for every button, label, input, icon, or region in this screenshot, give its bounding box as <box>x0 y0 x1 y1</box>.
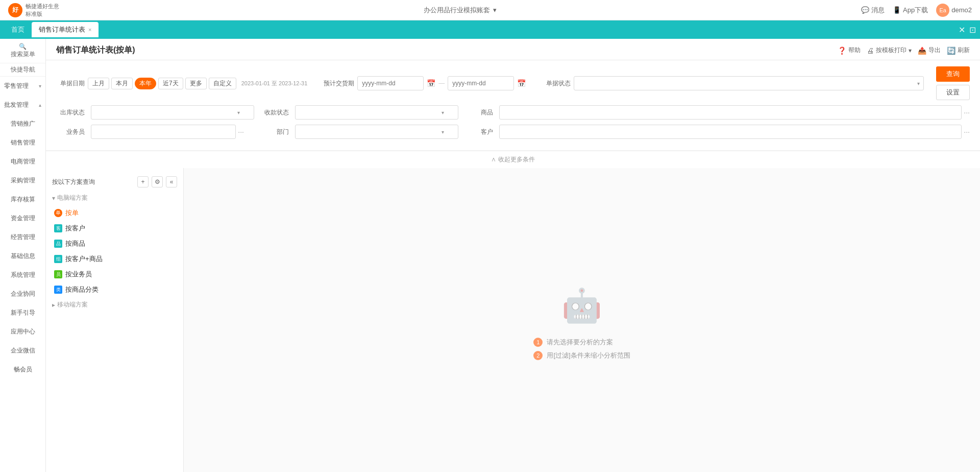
message-button[interactable]: 💬 消息 <box>861 6 885 15</box>
expected-date-from-input[interactable] <box>357 76 424 90</box>
tab-minimize-button[interactable]: ✕ <box>959 25 965 35</box>
goods-input[interactable] <box>499 105 962 120</box>
sidebar-search[interactable]: 🔍 搜索菜单 <box>0 39 45 63</box>
tab-active[interactable]: 销售订单统计表 × <box>32 22 99 37</box>
panel-toolbar-label: 按以下方案查询 <box>52 178 134 186</box>
add-scheme-button[interactable]: + <box>137 176 149 187</box>
tree-item-by-order[interactable]: 单 按单 <box>46 205 183 221</box>
print-arrow-icon: ▾ <box>909 47 912 54</box>
chevron-down-icon: ▾ <box>493 6 497 14</box>
by-customer-icon: 客 <box>54 224 62 232</box>
sidebar-item-enterprise[interactable]: 企业协同 <box>0 285 45 303</box>
logo-area: 好 畅捷通好生意 标准版 <box>8 3 59 17</box>
department-label: 部门 <box>260 128 289 136</box>
tree-item-by-goods[interactable]: 品 按商品 <box>46 236 183 251</box>
sidebar-item-retail[interactable]: 零售管理 ▾ <box>0 77 45 96</box>
calendar-icon-1: 📅 <box>427 79 435 87</box>
sidebar-item-basic-info[interactable]: 基础信息 <box>0 247 45 266</box>
chevron-down-icon: ▾ <box>39 83 41 89</box>
content-area: 销售订单统计表(按单) ❓ 帮助 🖨 按模板打印 ▾ 📤 导出 🔄 刷新 <box>46 39 980 472</box>
salesperson-more-icon[interactable]: ··· <box>238 128 244 136</box>
sidebar-item-ecommerce[interactable]: 电商管理 <box>0 152 45 171</box>
date-range-text: 2023-01-01 至 2023-12-31 <box>241 80 308 87</box>
department-select[interactable] <box>295 125 458 139</box>
sidebar-item-inventory[interactable]: 库存核算 <box>0 190 45 209</box>
desktop-group-label: ▾ 电脑端方案 <box>46 191 183 205</box>
sidebar-item-wechat[interactable]: 企业微信 <box>0 341 45 360</box>
print-button[interactable]: 🖨 按模板打印 ▾ <box>867 46 912 55</box>
filters-area: 单据日期 上月 本月 本年 近7天 更多 自定义 2023-01-01 至 20… <box>46 60 980 151</box>
collapse-bar[interactable]: ∧ 收起更多条件 <box>46 151 980 168</box>
tree-item-by-customer[interactable]: 客 按客户 <box>46 221 183 236</box>
tab-home[interactable]: 首页 <box>4 22 32 37</box>
expected-date-label: 预计交货期 <box>324 79 354 88</box>
collapse-panel-button[interactable]: « <box>166 176 177 187</box>
customer-input[interactable] <box>499 125 962 139</box>
sidebar-quick-nav[interactable]: 快捷导航 <box>0 63 45 77</box>
step-2-number: 2 <box>533 351 543 360</box>
sidebar-item-app-center[interactable]: 应用中心 <box>0 322 45 341</box>
help-button[interactable]: ❓ 帮助 <box>838 46 861 55</box>
tab-close-button[interactable]: × <box>88 27 91 33</box>
this-month-button[interactable]: 本月 <box>111 78 133 89</box>
app-download-button[interactable]: 📱 App下载 <box>893 6 928 15</box>
tab-bar: 首页 销售订单统计表 × ✕ ⊡ <box>0 20 980 39</box>
customer-label: 客户 <box>464 128 493 136</box>
calendar-icon-2: 📅 <box>517 79 526 87</box>
message-icon: 💬 <box>861 6 869 14</box>
expand-icon: ▾ <box>52 195 55 202</box>
sidebar: 🔍 搜索菜单 快捷导航 零售管理 ▾ 批发管理 ▴ 营销推广 销售管理 电商管理… <box>0 39 46 472</box>
user-avatar-area[interactable]: Ea demo2 <box>936 4 972 17</box>
settings-button[interactable]: 设置 <box>936 85 970 100</box>
sidebar-item-operations[interactable]: 经营管理 <box>0 228 45 247</box>
payment-status-select[interactable] <box>295 105 458 120</box>
query-button[interactable]: 查询 <box>936 66 970 82</box>
prev-month-button[interactable]: 上月 <box>88 78 109 89</box>
sidebar-item-finance[interactable]: 资金管理 <box>0 209 45 228</box>
export-button[interactable]: 📤 导出 <box>918 46 941 55</box>
current-year-button[interactable]: 本年 <box>135 78 156 89</box>
salesperson-input[interactable] <box>91 125 236 139</box>
filter-section: 单据日期 上月 本月 本年 近7天 更多 自定义 2023-01-01 至 20… <box>46 60 980 168</box>
action-buttons: 查询 设置 <box>936 66 970 100</box>
ship-status-select[interactable] <box>91 105 254 120</box>
right-content: 🤖 1 请先选择要分析的方案 2 用[过滤]条件来缩小分析范围 <box>184 168 980 472</box>
custom-date-button[interactable]: 自定义 <box>209 78 236 89</box>
avatar: Ea <box>936 4 949 17</box>
expected-date-to-input[interactable] <box>448 76 514 90</box>
left-panel: 按以下方案查询 + ⚙ « ▾ 电脑端方案 单 按单 客 按客户 <box>46 168 184 472</box>
tree-item-by-customer-goods[interactable]: 组 按客户+商品 <box>46 251 183 267</box>
goods-more-icon[interactable]: ··· <box>964 108 970 116</box>
sidebar-item-newbie[interactable]: 新手引导 <box>0 303 45 322</box>
settings-scheme-button[interactable]: ⚙ <box>152 176 163 187</box>
tree-item-by-category[interactable]: 类 按商品分类 <box>46 282 183 297</box>
sidebar-item-wholesale[interactable]: 批发管理 ▴ <box>0 96 45 114</box>
by-category-icon: 类 <box>54 286 62 294</box>
expand-right-icon: ▸ <box>52 301 55 309</box>
tree-item-by-salesperson[interactable]: 员 按业务员 <box>46 267 183 282</box>
refresh-button[interactable]: 🔄 刷新 <box>947 46 970 55</box>
customer-more-icon[interactable]: ··· <box>964 128 970 136</box>
industry-selector[interactable]: 办公用品行业模拟账套 ▾ <box>424 6 497 15</box>
tab-maximize-button[interactable]: ⊡ <box>969 25 976 35</box>
sidebar-item-sales[interactable]: 销售管理 <box>0 133 45 152</box>
sidebar-item-system[interactable]: 系统管理 <box>0 266 45 285</box>
more-date-button[interactable]: 更多 <box>185 78 207 89</box>
sidebar-item-member[interactable]: 畅会员 <box>0 360 45 379</box>
by-order-icon: 单 <box>54 209 62 217</box>
filter-row-2: 出库状态 ▾ 收款状态 ▾ 商品 <box>56 105 970 120</box>
logo-text: 畅捷通好生意 标准版 <box>26 3 59 17</box>
logo-icon: 好 <box>8 3 22 17</box>
sidebar-item-marketing[interactable]: 营销推广 <box>0 114 45 133</box>
chevron-up-icon: ▴ <box>39 102 41 108</box>
date-separator: — <box>438 80 445 87</box>
collapse-icon: ∧ <box>491 156 496 163</box>
sidebar-item-purchase[interactable]: 采购管理 <box>0 171 45 190</box>
last7-button[interactable]: 近7天 <box>158 78 183 89</box>
empty-illustration: 🤖 <box>556 280 607 332</box>
top-bar-right: 💬 消息 📱 App下载 Ea demo2 <box>861 4 972 17</box>
status-select[interactable] <box>574 76 924 90</box>
payment-status-label: 收款状态 <box>260 108 289 117</box>
header-actions: ❓ 帮助 🖨 按模板打印 ▾ 📤 导出 🔄 刷新 <box>838 46 970 55</box>
empty-steps: 1 请先选择要分析的方案 2 用[过滤]条件来缩小分析范围 <box>533 338 630 360</box>
